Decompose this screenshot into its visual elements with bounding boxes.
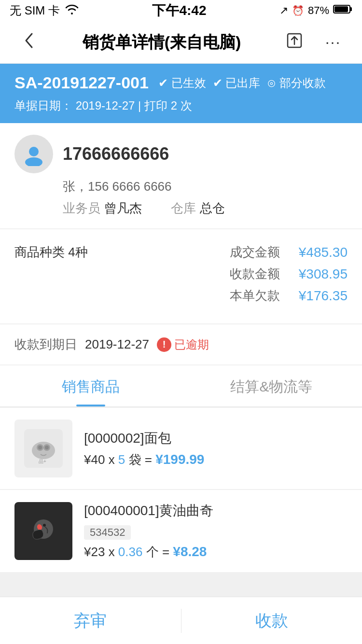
customer-phone: 17666666666 bbox=[63, 144, 169, 164]
product-image-bread: 品+ bbox=[14, 420, 72, 477]
product-price-cookie: ¥23 x 0.36 个 = ¥8.28 bbox=[84, 544, 348, 560]
status-partial: ⊙ 部分收款 bbox=[267, 75, 326, 91]
svg-rect-2 bbox=[334, 6, 348, 12]
svg-point-11 bbox=[45, 446, 49, 449]
products-section: 品+ [0000002]面包 ¥40 x 5 袋 = ¥199.99 bbox=[0, 408, 362, 572]
cookie-multiply: x bbox=[109, 545, 118, 559]
order-date: 2019-12-27 bbox=[76, 99, 135, 112]
amount-row: 成交金额 ¥485.30 bbox=[230, 244, 348, 261]
svg-point-7 bbox=[32, 442, 55, 459]
svg-point-16 bbox=[43, 524, 46, 527]
product-type-value: 4种 bbox=[68, 245, 87, 259]
battery-icon bbox=[333, 4, 352, 17]
status-bar-time: 下午4:42 bbox=[152, 1, 206, 20]
due-amount-value: ¥176.35 bbox=[290, 288, 348, 304]
received-label: 收款金额 bbox=[230, 266, 280, 282]
cookie-unit: 个 bbox=[146, 545, 159, 559]
warehouse-label: 仓库 bbox=[171, 200, 196, 217]
tab-settlement-logistics-label: 结算&物流等 bbox=[230, 378, 312, 394]
print-info: 打印 2 次 bbox=[144, 99, 192, 112]
cookie-qty: 0.36 bbox=[118, 545, 143, 559]
carrier-text: 无 SIM 卡 bbox=[10, 3, 60, 18]
bread-equals: = bbox=[145, 452, 155, 467]
product-price-bread: ¥40 x 5 袋 = ¥199.99 bbox=[84, 451, 348, 468]
summary-left: 商品种类 4种 bbox=[14, 244, 88, 309]
overdue-icon: ! bbox=[157, 337, 171, 352]
customer-meta: 业务员 曾凡杰 仓库 总仓 bbox=[14, 200, 348, 217]
salesperson-value: 曾凡杰 bbox=[104, 200, 142, 217]
customer-contact: 张，156 6666 6666 bbox=[14, 178, 348, 195]
summary-right: 成交金额 ¥485.30 收款金额 ¥308.95 本单欠款 ¥176.35 bbox=[230, 244, 348, 309]
warehouse-value: 总仓 bbox=[200, 200, 225, 217]
battery-text: 87% bbox=[308, 4, 329, 17]
bottom-bar: 弃审 收款 bbox=[0, 597, 362, 644]
amount-label: 成交金额 bbox=[230, 244, 280, 261]
bread-multiply: x bbox=[109, 452, 118, 467]
more-button[interactable]: ··· bbox=[319, 33, 348, 51]
status-shipped: ✔ 已出库 bbox=[213, 75, 261, 91]
product-name-cookie: [000400001]黄油曲奇 bbox=[84, 502, 348, 520]
customer-section: 17666666666 张，156 6666 6666 业务员 曾凡杰 仓库 总… bbox=[0, 123, 362, 228]
overdue-badge: ! 已逾期 bbox=[157, 337, 209, 352]
svg-point-4 bbox=[29, 147, 39, 156]
wifi-icon bbox=[65, 4, 79, 17]
salesperson-item: 业务员 曾凡杰 bbox=[63, 200, 142, 217]
svg-text:品+: 品+ bbox=[39, 459, 46, 464]
tab-settlement-logistics[interactable]: 结算&物流等 bbox=[181, 365, 362, 406]
status-effected: ✔ 已生效 bbox=[158, 75, 206, 91]
due-date-label: 收款到期日 bbox=[14, 336, 77, 353]
status-bar-right: ↗ ⏰ 87% bbox=[279, 4, 352, 17]
svg-point-5 bbox=[25, 157, 42, 166]
product-sku-cookie: 534532 bbox=[84, 525, 131, 540]
status-bar: 无 SIM 卡 下午4:42 ↗ ⏰ 87% bbox=[0, 0, 362, 21]
svg-point-10 bbox=[38, 446, 42, 449]
bread-total: ¥199.99 bbox=[155, 452, 204, 467]
alarm-icon: ⏰ bbox=[292, 5, 304, 16]
order-meta: 单据日期： 2019-12-27 | 打印 2 次 bbox=[14, 98, 348, 113]
nav-right-buttons: ··· bbox=[280, 32, 348, 53]
bread-unit: 袋 bbox=[129, 452, 141, 467]
order-banner: SA-20191227-001 ✔ 已生效 ✔ 已出库 ⊙ 部分收款 单据日期：… bbox=[0, 64, 362, 123]
summary-section: 商品种类 4种 成交金额 ¥485.30 收款金额 ¥308.95 本单欠款 ¥… bbox=[0, 229, 362, 323]
back-button[interactable] bbox=[14, 31, 43, 54]
cookie-equals: = bbox=[162, 545, 173, 559]
cookie-total: ¥8.28 bbox=[173, 544, 207, 559]
product-item: 品+ [0000002]面包 ¥40 x 5 袋 = ¥199.99 bbox=[0, 408, 362, 489]
product-type-label: 商品种类 bbox=[14, 245, 65, 259]
order-id: SA-20191227-001 bbox=[14, 73, 149, 92]
svg-rect-1 bbox=[350, 7, 352, 11]
share-button[interactable] bbox=[280, 32, 309, 53]
due-section: 收款到期日 2019-12-27 ! 已逾期 bbox=[0, 324, 362, 364]
overdue-text: 已逾期 bbox=[174, 337, 209, 352]
order-meta-separator: | bbox=[138, 99, 144, 112]
cookie-price: ¥23 bbox=[84, 545, 105, 559]
product-info-bread: [0000002]面包 ¥40 x 5 袋 = ¥199.99 bbox=[84, 429, 348, 468]
location-icon: ↗ bbox=[279, 4, 288, 17]
nav-bar: 销货单详情(来自电脑) ··· bbox=[0, 21, 362, 64]
order-banner-top: SA-20191227-001 ✔ 已生效 ✔ 已出库 ⊙ 部分收款 bbox=[14, 73, 348, 92]
cancel-review-button[interactable]: 弃审 bbox=[0, 597, 181, 644]
product-type-item: 商品种类 4种 bbox=[14, 244, 88, 261]
product-item-cookie: [000400001]黄油曲奇 534532 ¥23 x 0.36 个 = ¥8… bbox=[0, 490, 362, 572]
due-date-value: 2019-12-27 bbox=[85, 337, 149, 352]
tabs-section: 销售商品 结算&物流等 bbox=[0, 365, 362, 407]
product-image-cookie bbox=[14, 502, 72, 560]
tab-sales-products[interactable]: 销售商品 bbox=[0, 365, 181, 406]
bread-qty: 5 bbox=[118, 452, 125, 467]
due-amount-label: 本单欠款 bbox=[230, 287, 280, 304]
tab-sales-products-label: 销售商品 bbox=[62, 378, 120, 394]
avatar bbox=[14, 135, 53, 173]
bread-price: ¥40 bbox=[84, 452, 105, 467]
order-meta-date-label: 单据日期： bbox=[14, 99, 72, 112]
warehouse-item: 仓库 总仓 bbox=[171, 200, 225, 217]
salesperson-label: 业务员 bbox=[63, 200, 100, 217]
due-amount-row: 本单欠款 ¥176.35 bbox=[230, 287, 348, 304]
received-row: 收款金额 ¥308.95 bbox=[230, 266, 348, 282]
collect-payment-button[interactable]: 收款 bbox=[181, 597, 362, 644]
amount-value: ¥485.30 bbox=[290, 245, 348, 260]
product-info-cookie: [000400001]黄油曲奇 534532 ¥23 x 0.36 个 = ¥8… bbox=[84, 502, 348, 560]
page-title: 销货单详情(来自电脑) bbox=[43, 31, 280, 54]
status-bar-left: 无 SIM 卡 bbox=[10, 3, 79, 18]
product-name-bread: [0000002]面包 bbox=[84, 429, 348, 448]
customer-row: 17666666666 bbox=[14, 135, 348, 173]
